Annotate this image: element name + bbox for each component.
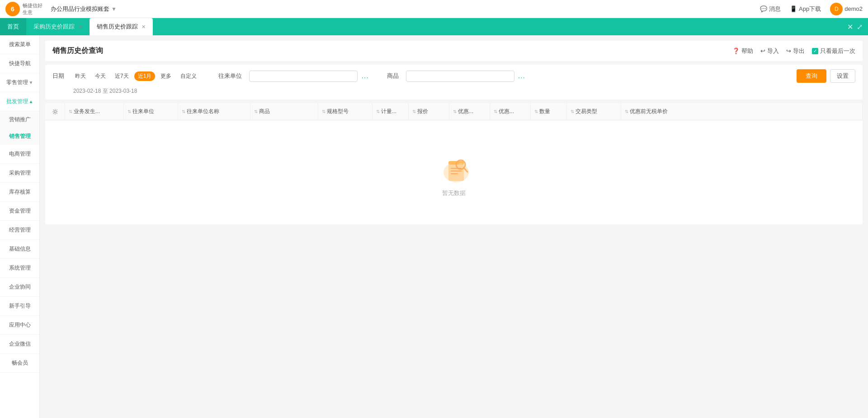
- messages-button[interactable]: 💬 消息: [760, 5, 781, 13]
- filter-row-1: 日期 昨天 今天 近7天 近1月 更多 自定义 往来单位 ...: [52, 69, 855, 83]
- sidebar-item-app-center[interactable]: 应用中心: [0, 316, 39, 335]
- logo-icon: 6: [5, 2, 20, 16]
- message-icon: 💬: [760, 5, 767, 12]
- sidebar-fund-mgmt-label: 资金管理: [9, 208, 31, 214]
- sidebar-retail-mgmt-label: 零售管理: [6, 79, 28, 86]
- filter-actions: 查询 设置: [797, 69, 855, 83]
- app-name: 办公用品行业模拟账套: [51, 5, 109, 13]
- query-button[interactable]: 查询: [797, 69, 826, 83]
- sidebar-inventory-label: 库存核算: [9, 189, 31, 195]
- export-label: 导出: [793, 47, 805, 55]
- user-profile-button[interactable]: D demo2: [830, 3, 863, 15]
- date-btn-7days[interactable]: 近7天: [111, 71, 132, 81]
- counterpart-dots[interactable]: ...: [361, 72, 368, 80]
- sidebar-item-basic-info[interactable]: 基础信息: [0, 240, 39, 259]
- page-header: 销售历史价查询 ❓ 帮助 ↩ 导入 ↪ 导出 ✓: [45, 41, 863, 61]
- logo-text: 畅捷信好生意: [23, 2, 45, 15]
- sidebar-basic-info-label: 基础信息: [9, 246, 31, 252]
- sidebar-item-marketing[interactable]: 营销推广: [0, 111, 39, 128]
- tab-home[interactable]: 首页: [0, 18, 26, 35]
- col-header-measure[interactable]: ⇅ 计量...: [373, 103, 409, 120]
- counterpart-input[interactable]: [249, 71, 358, 82]
- import-action[interactable]: ↩ 导入: [760, 47, 779, 55]
- date-btn-custom[interactable]: 自定义: [177, 71, 200, 81]
- app-selector[interactable]: 办公用品行业模拟账套 ▼: [51, 5, 117, 13]
- filter-row-2: 2023-02-18 至 2023-03-18: [52, 86, 855, 95]
- tab-sales-history[interactable]: 销售历史价跟踪 ✕: [90, 18, 153, 35]
- tab-purchase-history[interactable]: 采购历史价跟踪 ✕: [26, 18, 90, 35]
- only-latest-checkbox[interactable]: ✓: [812, 48, 818, 54]
- only-latest-label: 只看最后一次: [820, 47, 855, 55]
- col-measure-sort-icon: ⇅: [376, 109, 380, 114]
- col-pretax-sort-icon: ⇅: [625, 109, 628, 114]
- col-header-trade-type[interactable]: ⇅ 交易类型: [567, 103, 621, 120]
- page-actions: ❓ 帮助 ↩ 导入 ↪ 导出 ✓ 只看最后一次: [732, 47, 855, 55]
- export-icon: ↪: [786, 48, 791, 54]
- date-btn-yesterday[interactable]: 昨天: [71, 71, 90, 81]
- sidebar-item-retail-mgmt[interactable]: 零售管理 ▼: [0, 73, 39, 92]
- sidebar-item-purchase-mgmt[interactable]: 采购管理: [0, 164, 39, 183]
- sidebar-item-fund-mgmt[interactable]: 资金管理: [0, 202, 39, 221]
- col-qty-sort-icon: ⇅: [534, 109, 538, 114]
- col-measure-label: 计量...: [381, 108, 396, 115]
- close-window-icon[interactable]: ✕: [847, 23, 853, 31]
- sidebar-item-quick-nav[interactable]: 快捷导航: [0, 54, 39, 73]
- close-tab2-icon[interactable]: ✕: [142, 24, 146, 30]
- close-tab1-icon[interactable]: ✕: [78, 24, 82, 30]
- goods-dots[interactable]: ...: [518, 72, 525, 80]
- date-btn-today[interactable]: 今天: [91, 71, 109, 81]
- help-label: 帮助: [741, 47, 753, 55]
- sidebar-search-menu-label: 搜索菜单: [9, 41, 31, 48]
- import-icon: ↩: [760, 48, 765, 54]
- col-header-unit-code[interactable]: ⇅ 往来单位: [124, 103, 178, 120]
- col-pretax-label: 优惠前无税单价: [630, 108, 668, 115]
- date-buttons: 昨天 今天 近7天 近1月 更多 自定义: [71, 71, 200, 81]
- col-quote-sort-icon: ⇅: [412, 109, 416, 114]
- export-action[interactable]: ↪ 导出: [786, 47, 805, 55]
- settings-button[interactable]: 设置: [830, 69, 855, 83]
- tab-bar: 首页 采购历史价跟踪 ✕ 销售历史价跟踪 ✕ ✕ ⤢: [0, 18, 868, 35]
- sidebar-purchase-mgmt-label: 采购管理: [9, 170, 31, 176]
- sidebar-item-enterprise[interactable]: 企业协同: [0, 278, 39, 297]
- col-header-pretax[interactable]: ⇅ 优惠前无税单价: [621, 103, 863, 120]
- table-container: ⇅ 业务发生... ⇅ 往来单位 ⇅ 往来单位名称 ⇅ 商品: [45, 103, 863, 224]
- sidebar-item-search-menu[interactable]: 搜索菜单: [0, 35, 39, 54]
- help-icon: ❓: [732, 48, 740, 54]
- date-btn-more[interactable]: 更多: [157, 71, 175, 81]
- help-action[interactable]: ❓ 帮助: [732, 47, 753, 55]
- col-header-goods[interactable]: ⇅ 商品: [250, 103, 318, 120]
- app-download-button[interactable]: 📱 App下载: [790, 5, 821, 13]
- col-header-qty[interactable]: ⇅ 数量: [531, 103, 567, 120]
- sidebar-biz-mgmt-label: 经营管理: [9, 227, 31, 233]
- sidebar-item-wholesale-mgmt[interactable]: 批发管理 ▲: [0, 92, 39, 111]
- date-btn-1month[interactable]: 近1月: [134, 71, 156, 81]
- col-goods-sort-icon: ⇅: [254, 109, 258, 114]
- sidebar-item-guide[interactable]: 新手引导: [0, 297, 39, 316]
- col-header-discount2[interactable]: ⇅ 优惠...: [490, 103, 531, 120]
- sidebar-marketing-label: 营销推广: [9, 116, 31, 123]
- col-header-discount1[interactable]: ⇅ 优惠...: [449, 103, 490, 120]
- sidebar-item-inventory[interactable]: 库存核算: [0, 183, 39, 202]
- empty-icon: [436, 147, 472, 184]
- col-header-quote[interactable]: ⇅ 报价: [409, 103, 449, 120]
- col-header-date[interactable]: ⇅ 业务发生...: [65, 103, 124, 120]
- date-label: 日期: [52, 72, 64, 80]
- goods-input[interactable]: [406, 71, 514, 82]
- svg-point-9: [459, 163, 462, 166]
- sidebar-item-ecom-mgmt[interactable]: 电商管理: [0, 145, 39, 164]
- sidebar-item-member[interactable]: 畅会员: [0, 354, 39, 373]
- sidebar-item-corp-wechat[interactable]: 企业微信: [0, 335, 39, 354]
- maximize-icon[interactable]: ⤢: [857, 23, 863, 31]
- sidebar-item-sales-mgmt[interactable]: 销售管理: [0, 128, 39, 145]
- col-header-unit-name[interactable]: ⇅ 往来单位名称: [178, 103, 250, 120]
- table-header-row: ⇅ 业务发生... ⇅ 往来单位 ⇅ 往来单位名称 ⇅ 商品: [45, 103, 863, 120]
- counterpart-label: 往来单位: [218, 72, 242, 80]
- only-latest-checkbox-label[interactable]: ✓ 只看最后一次: [812, 47, 855, 55]
- counterpart-input-group: ...: [249, 71, 368, 82]
- sidebar-item-biz-mgmt[interactable]: 经营管理: [0, 221, 39, 240]
- chevron-up-icon: ▲: [29, 99, 33, 104]
- sidebar-item-sys-mgmt[interactable]: 系统管理: [0, 259, 39, 278]
- col-settings[interactable]: [45, 103, 65, 120]
- content-area: 销售历史价查询 ❓ 帮助 ↩ 导入 ↪ 导出 ✓: [40, 35, 868, 418]
- col-header-spec[interactable]: ⇅ 规格型号: [318, 103, 373, 120]
